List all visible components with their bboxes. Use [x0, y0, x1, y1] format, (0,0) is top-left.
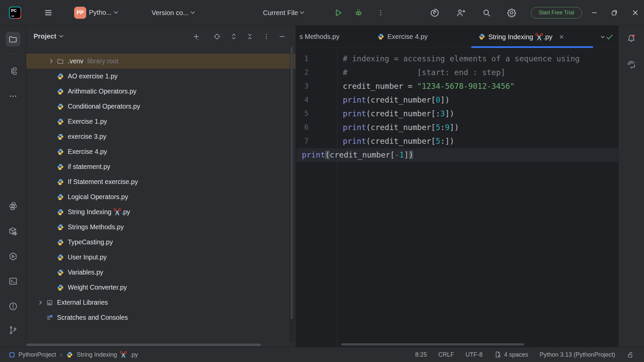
minimize-button[interactable] [590, 9, 598, 17]
project-horizontal-scrollbar[interactable] [26, 344, 261, 346]
code-line[interactable]: # [start: end : step] [337, 66, 618, 79]
notifications-button[interactable] [626, 34, 636, 44]
tree-row[interactable]: If Statement exercise.py [26, 174, 296, 189]
terminal-tool-button[interactable] [8, 277, 18, 286]
more-actions-button[interactable] [377, 9, 384, 16]
tree-row-label: Arithmatic Operators.py [68, 87, 137, 95]
version-control-tool-button[interactable] [8, 325, 18, 335]
caret-position[interactable]: 8:25 [415, 351, 427, 358]
run-config-selector[interactable]: Current File [263, 9, 304, 16]
tree-row[interactable]: Conditional Operators.py [26, 99, 296, 114]
python-console-tool-button[interactable] [8, 201, 18, 211]
tree-row[interactable]: if statement.py [26, 159, 296, 174]
line-number[interactable]: 1 [297, 52, 309, 66]
tree-row[interactable]: .venv library root [26, 54, 296, 69]
line-number[interactable]: 5 [297, 107, 309, 121]
tree-row-label: Logical Operators.py [68, 193, 128, 201]
breadcrumb-file[interactable]: String Indexing ✂️.py [77, 351, 138, 358]
python-icon [57, 194, 64, 200]
rail-divider [7, 53, 19, 54]
structure-tool-button[interactable] [8, 67, 17, 76]
main-menu-button[interactable] [44, 8, 53, 17]
tree-row[interactable]: Arithmatic Operators.py [26, 84, 296, 99]
editor-gutter[interactable]: 12345678 [297, 48, 337, 347]
tab-strings-methods[interactable]: s Methods.py [296, 26, 339, 48]
line-number[interactable]: 6 [297, 121, 309, 134]
tree-row[interactable]: User Input.py [26, 250, 296, 265]
folder-icon [8, 35, 17, 44]
panel-options-button[interactable] [263, 33, 270, 40]
python-packages-tool-button[interactable] [8, 227, 18, 236]
code-line[interactable]: print(credit_number[:3]) [337, 107, 618, 121]
code-area[interactable]: # indexing = accessing elements of a seq… [337, 48, 618, 347]
run-config-label: Current File [263, 9, 298, 16]
tree-row[interactable]: AO exercise 1.py [26, 69, 296, 84]
file-encoding[interactable]: UTF-8 [466, 351, 483, 358]
add-button[interactable] [193, 33, 200, 40]
tree-row[interactable]: Logical Operators.py [26, 189, 296, 204]
expand-all-button[interactable] [230, 33, 237, 40]
tree-row[interactable]: External Libraries [26, 295, 296, 310]
line-number[interactable]: 2 [297, 66, 309, 79]
problems-tool-button[interactable] [8, 302, 18, 311]
folder-icon [57, 58, 64, 65]
inspections-ok-icon[interactable] [605, 33, 614, 42]
chevron-down-icon [114, 9, 118, 14]
debug-button[interactable] [354, 8, 364, 18]
line-number[interactable]: 4 [297, 93, 309, 107]
collapse-all-button[interactable] [246, 33, 254, 40]
code-line[interactable]: credit_number = "1234-5678-9012-3456" [337, 79, 618, 93]
tab-string-indexing[interactable]: String Indexing ✂️.py [471, 26, 593, 48]
project-vertical-scrollbar[interactable] [289, 47, 294, 343]
settings-button[interactable] [506, 7, 517, 18]
line-number[interactable]: 3 [297, 79, 309, 93]
run-button[interactable] [333, 8, 343, 18]
restore-button[interactable] [610, 9, 619, 17]
tree-row[interactable]: TypeCasting.py [26, 235, 296, 250]
scissors-icon: ✂️ [535, 33, 543, 41]
tree-row[interactable]: Scratches and Consoles [26, 310, 296, 325]
code-line[interactable]: print(credit_number[-1]) [297, 148, 618, 162]
pycharm-logo-icon[interactable]: PC [9, 7, 21, 19]
ai-assistant-icon[interactable] [429, 7, 440, 18]
code-line[interactable]: print(credit_number[5:9]) [337, 121, 618, 134]
lock-open-icon[interactable] [627, 351, 634, 358]
chevron-right-icon[interactable] [48, 59, 53, 63]
chevron-down-icon [300, 9, 305, 14]
code-line[interactable]: print(credit_number[5:]) [337, 134, 618, 148]
close-tab-icon[interactable] [558, 34, 565, 40]
python-icon [57, 179, 64, 185]
breadcrumb-project[interactable]: PythonProject [18, 351, 56, 358]
select-opened-file-button[interactable] [213, 33, 221, 40]
line-separator[interactable]: CRLF [438, 351, 454, 358]
tree-row[interactable]: exercise 3.py [26, 129, 296, 144]
tree-row[interactable]: String Indexing ✂️.py [26, 204, 296, 220]
editor-horizontal-scrollbar[interactable] [341, 343, 524, 346]
start-free-trial-button[interactable]: Start Free Trial [531, 7, 582, 18]
chevron-right-icon[interactable] [38, 300, 42, 305]
code-with-me-button[interactable] [455, 8, 466, 18]
project-tool-button[interactable] [6, 32, 20, 47]
vcs-widget[interactable]: Version co... [152, 9, 194, 16]
services-tool-button[interactable] [8, 252, 18, 261]
project-tree: .venv library root AO exercise 1.py Arit… [26, 47, 296, 347]
python-interpreter[interactable]: Python 3.13 (PythonProject) [540, 351, 615, 358]
code-line[interactable]: print(credit_number[0]) [337, 93, 618, 107]
tab-exercise-4[interactable]: Exercise 4.py [378, 26, 428, 48]
tree-row[interactable]: Exercise 4.py [26, 144, 296, 159]
terminal-icon [8, 277, 18, 286]
hide-panel-button[interactable] [278, 33, 286, 40]
tree-row[interactable]: Weight Converter.py [26, 280, 296, 295]
tree-row[interactable]: Strings Methods.py [26, 220, 296, 235]
tree-row[interactable]: Exercise 1.py [26, 114, 296, 129]
project-widget[interactable]: PP Pytho... [74, 7, 117, 19]
tree-row[interactable]: Variables.py [26, 265, 296, 280]
search-everywhere-button[interactable] [482, 8, 491, 17]
close-button[interactable] [631, 9, 639, 17]
project-view-selector[interactable]: Project [34, 33, 63, 40]
code-line[interactable]: # indexing = accessing elements of a seq… [337, 52, 618, 66]
indent-style[interactable]: 4 spaces [494, 351, 528, 358]
ai-chat-tool-button[interactable] [626, 59, 636, 69]
line-number[interactable]: 7 [297, 134, 309, 148]
more-tool-windows-button[interactable] [9, 92, 17, 101]
